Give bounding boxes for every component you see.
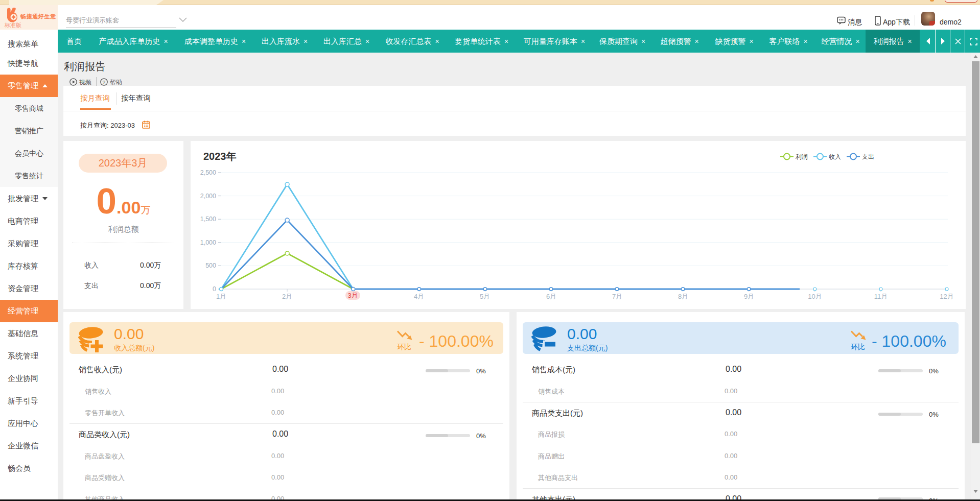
- svg-text:收入: 收入: [829, 153, 841, 160]
- svg-text:7月: 7月: [612, 293, 622, 300]
- svg-text:9月: 9月: [744, 293, 754, 300]
- svg-text:500: 500: [205, 262, 216, 269]
- svg-text:2,500: 2,500: [200, 169, 216, 176]
- svg-text:利润: 利润: [795, 153, 808, 160]
- svg-text:11月: 11月: [874, 293, 888, 300]
- svg-text:0: 0: [213, 285, 216, 293]
- svg-text:4月: 4月: [414, 293, 424, 300]
- svg-text:5月: 5月: [480, 293, 490, 300]
- svg-text:1,500: 1,500: [200, 216, 216, 223]
- svg-text:1月: 1月: [216, 293, 226, 300]
- svg-text:6月: 6月: [546, 293, 556, 300]
- svg-text:12月: 12月: [940, 293, 953, 300]
- svg-text:2,000: 2,000: [200, 193, 216, 200]
- svg-text:10月: 10月: [808, 293, 822, 300]
- svg-text:1,000: 1,000: [200, 239, 216, 246]
- svg-text:3月: 3月: [348, 292, 358, 299]
- svg-text:支出: 支出: [862, 153, 874, 160]
- svg-text:8月: 8月: [678, 293, 688, 300]
- svg-text:?: ?: [103, 79, 105, 85]
- svg-text:2月: 2月: [282, 293, 292, 300]
